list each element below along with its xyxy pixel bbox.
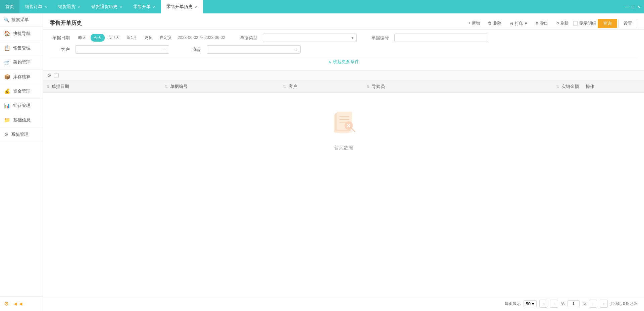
filter-date-buttons: 昨天 今天 近7天 近1月 更多 自定义 2023-06-02 至 2023-0…	[75, 34, 225, 42]
display-detail-toggle[interactable]: 显示明细	[573, 20, 596, 27]
print-label: 🖨 打印	[509, 20, 524, 27]
col-guide[interactable]: 导购员	[363, 81, 464, 93]
table-scroll-area[interactable]: 单据日期 单据编号 客户 导购员	[43, 81, 644, 296]
toolbar: + 新增 🗑 删除 🖨 打印 ▾ ⬆ 导出 ↻ 刷新 显示明细 查询 设置	[465, 19, 637, 28]
display-detail-checkbox[interactable]	[573, 21, 578, 25]
next-page-btn[interactable]: ›	[589, 300, 597, 308]
table-area: ⚙ 单据日期 单据编号 客户	[43, 70, 644, 296]
sidebar-item-purchase-mgmt[interactable]: 🛒 采购管理	[0, 55, 43, 70]
empty-state: 暂无数据	[43, 93, 644, 164]
goods-filter-input-wrap: ···	[207, 45, 301, 54]
sidebar-item-purchase-mgmt-label: 采购管理	[13, 59, 31, 65]
goods-filter-label: 商品	[181, 47, 201, 53]
date-7days-btn[interactable]: 近7天	[106, 34, 122, 42]
pagination-total-info: 共0页, 0条记录	[610, 301, 637, 307]
query-button[interactable]: 查询	[598, 19, 617, 28]
display-detail-label: 显示明细	[579, 20, 596, 27]
settings-button[interactable]: 设置	[618, 19, 637, 28]
inventory-icon: 📦	[4, 74, 10, 80]
nav-tabs: 首页 销售订单 ✕ 销货退货 ✕ 销货退货历史 ✕ 零售开单 ✕ 零售开单历史 …	[0, 0, 625, 13]
nav-tab-sales-return-close[interactable]: ✕	[78, 5, 81, 9]
customer-ellipsis-icon[interactable]: ···	[162, 47, 166, 52]
collapse-more-btn[interactable]: ∧ 收起更多条件	[50, 57, 637, 66]
last-page-btn[interactable]: »	[600, 300, 608, 308]
goods-filter-input[interactable]	[210, 47, 294, 52]
settings-gear-icon[interactable]: ⚙	[4, 301, 9, 307]
per-page-arrow-icon: ▾	[532, 301, 534, 306]
select-all-checkbox[interactable]	[54, 73, 59, 78]
sidebar-item-inventory[interactable]: 📦 库存核算	[0, 70, 43, 84]
date-custom-btn[interactable]: 自定义	[157, 34, 175, 42]
nav-tab-sales-return-history-label: 销货退货历史	[91, 4, 117, 10]
col-amount[interactable]: 实销金额	[464, 81, 583, 93]
nav-tab-home[interactable]: 首页	[0, 0, 19, 13]
nav-tab-retail-open-label: 零售开单	[133, 4, 151, 10]
col-customer-label: 客户	[289, 84, 297, 89]
sidebar-item-ops-mgmt[interactable]: 📊 经营管理	[0, 99, 43, 113]
type-filter-select[interactable]: ▾	[263, 34, 357, 42]
nav-tab-home-label: 首页	[5, 4, 14, 10]
main-layout: 🔍 搜索采单 🏠 快捷导航 📋 销售管理 🛒 采购管理 📦 库存核算 💰 资金管…	[0, 13, 644, 311]
page-header: 零售开单历史 + 新增 🗑 删除 🖨 打印 ▾ ⬆ 导出 ↻ 刷新 显示明细 查…	[43, 13, 644, 30]
add-button[interactable]: + 新增	[465, 19, 483, 28]
page-number-input[interactable]	[567, 300, 580, 307]
nav-tab-retail-open-history-close[interactable]: ✕	[195, 5, 198, 9]
col-amount-label: 实销金额	[561, 84, 579, 89]
date-range-display: 2023-06-02 至 2023-06-02	[178, 35, 225, 41]
col-date-label: 单据日期	[52, 84, 69, 89]
sidebar-item-basic-info[interactable]: 📁 基础信息	[0, 113, 43, 127]
sidebar-item-quick-nav[interactable]: 🏠 快捷导航	[0, 27, 43, 41]
table-header-row: 单据日期 单据编号 客户 导购员	[43, 81, 644, 93]
filter-row-1: 单据日期 昨天 今天 近7天 近1月 更多 自定义 2023-06-02 至 2…	[50, 34, 637, 42]
nav-tab-sales-order[interactable]: 销售订单 ✕	[19, 0, 53, 13]
col-number-label: 单据编号	[170, 84, 188, 89]
sidebar-item-sales-mgmt[interactable]: 📋 销售管理	[0, 41, 43, 55]
first-page-btn[interactable]: «	[539, 300, 547, 308]
sidebar-item-quick-nav-label: 快捷导航	[13, 31, 31, 37]
table-toolbar: ⚙	[43, 70, 644, 81]
date-1month-btn[interactable]: 近1月	[124, 34, 140, 42]
window-maximize-btn[interactable]: □	[632, 4, 634, 9]
date-today-btn[interactable]: 今天	[91, 34, 105, 42]
ops-icon: 📊	[4, 103, 10, 109]
sidebar-item-ops-mgmt-label: 经营管理	[13, 103, 31, 109]
col-number[interactable]: 单据编号	[161, 81, 280, 93]
number-filter-input[interactable]	[397, 35, 485, 40]
pagination: 每页显示 50 ▾ « ‹ 第 页 › » 共0页, 0条记录	[43, 296, 644, 311]
sidebar-collapse-icon[interactable]: ◄◄	[13, 301, 23, 307]
col-customer[interactable]: 客户	[280, 81, 363, 93]
nav-tab-retail-open-close[interactable]: ✕	[153, 5, 156, 9]
date-more-btn[interactable]: 更多	[141, 34, 155, 42]
nav-tab-retail-open-history-label: 零售开单历史	[166, 4, 193, 10]
sidebar-item-sys-mgmt[interactable]: ⚙ 系统管理	[0, 127, 43, 142]
page-title: 零售开单历史	[50, 20, 82, 27]
window-close-btn[interactable]: ✕	[637, 4, 641, 9]
window-minimize-btn[interactable]: —	[625, 4, 629, 9]
nav-tab-sales-return-history-close[interactable]: ✕	[119, 5, 122, 9]
nav-tab-retail-open-history[interactable]: 零售开单历史 ✕	[161, 0, 203, 13]
nav-tab-sales-return-history[interactable]: 销货退货历史 ✕	[86, 0, 128, 13]
per-page-select[interactable]: 50 ▾	[524, 300, 537, 307]
date-yesterday-btn[interactable]: 昨天	[75, 34, 89, 42]
sidebar-item-finance[interactable]: 💰 资金管理	[0, 84, 43, 99]
sidebar-bottom: ⚙ ◄◄	[0, 296, 43, 311]
export-button[interactable]: ⬆ 导出	[532, 19, 551, 28]
customer-filter-input[interactable]	[78, 47, 162, 52]
goods-ellipsis-icon[interactable]: ···	[294, 47, 298, 52]
sidebar-search[interactable]: 🔍 搜索采单	[0, 13, 43, 27]
basic-info-icon: 📁	[4, 117, 10, 123]
sidebar-item-sales-mgmt-label: 销售管理	[13, 45, 31, 51]
collapse-icon: ∧	[328, 59, 332, 64]
nav-tab-sales-return[interactable]: 销货退货 ✕	[53, 0, 86, 13]
date-filter-label: 单据日期	[50, 35, 70, 41]
print-button[interactable]: 🖨 打印 ▾	[506, 19, 531, 28]
sidebar: 🔍 搜索采单 🏠 快捷导航 📋 销售管理 🛒 采购管理 📦 库存核算 💰 资金管…	[0, 13, 43, 311]
prev-page-btn[interactable]: ‹	[550, 300, 558, 308]
empty-state-icon	[327, 106, 360, 140]
nav-tab-retail-open[interactable]: 零售开单 ✕	[128, 0, 161, 13]
col-date[interactable]: 单据日期	[43, 81, 161, 93]
table-settings-icon[interactable]: ⚙	[47, 72, 51, 79]
delete-button[interactable]: 🗑 删除	[485, 19, 504, 28]
refresh-button[interactable]: ↻ 刷新	[553, 19, 572, 28]
nav-tab-sales-order-close[interactable]: ✕	[44, 5, 47, 9]
